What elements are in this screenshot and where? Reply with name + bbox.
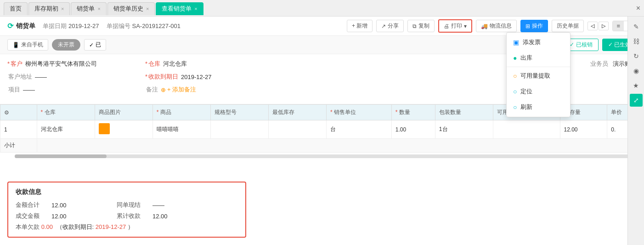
dropdown-locate[interactable]: ○ 定位 — [507, 84, 570, 99]
scrollbar-track[interactable] — [15, 154, 629, 158]
operations-label: 操作 — [532, 22, 543, 30]
tab-inventory[interactable]: 库存期初 × — [28, 2, 70, 15]
address-field: 客户地址 —— — [7, 73, 136, 81]
payment-same-bill-row: 同单现结 —— — [117, 201, 209, 209]
cumulative-value: 12.00 — [153, 213, 168, 220]
total-label: 金额合计 — [16, 201, 48, 209]
tab-sales[interactable]: 销货单 × — [71, 2, 106, 15]
locate-label: 定位 — [520, 87, 532, 96]
sidebar-expand-icon[interactable]: ⤢ — [630, 94, 643, 107]
print-dropdown-icon: ▾ — [464, 23, 467, 29]
tab-view-sales-label: 查看销货单 — [162, 5, 192, 13]
warehouse-label: 仓库 — [145, 60, 160, 68]
tab-view-sales[interactable]: 查看销货单 × — [156, 2, 203, 15]
list-view-button[interactable]: ≡ — [613, 21, 624, 31]
add-invoice-icon: ▣ — [513, 39, 519, 46]
col-product-img: 商品图片 — [95, 105, 153, 120]
row-current-stock: 12.00 — [560, 120, 607, 139]
phone-icon: 📱 — [12, 42, 19, 48]
document-date-label: 单据日期 — [43, 22, 67, 30]
operations-button[interactable]: ⊞ 操作 — [520, 20, 548, 32]
logistics-button[interactable]: 🚚 物流信息 — [476, 20, 517, 32]
navigation-arrows: ◁ ▷ — [588, 22, 609, 30]
check-icon: ✓ — [89, 42, 94, 48]
tab-sales-history-close[interactable]: × — [146, 6, 149, 11]
outstanding-note: （收款到期日: — [56, 223, 94, 230]
not-open-label: 未开票 — [58, 41, 74, 49]
sidebar-link-icon[interactable]: ⛓ — [630, 35, 643, 48]
check-button[interactable]: ✓ 已 — [84, 39, 106, 51]
col-spec: 规格型号 — [210, 105, 268, 120]
history-label: 历史单据 — [557, 22, 579, 30]
document-date-value: 2019-12-27 — [68, 23, 99, 29]
sidebar-sync-icon[interactable]: ↻ — [630, 50, 643, 63]
print-button[interactable]: 🖨 打印 ▾ — [438, 19, 472, 33]
tab-bar-close-button[interactable]: × — [636, 4, 640, 12]
payment-outstanding-row: 本单欠款 0.00 （收款到期日: 2019-12-27 ） — [16, 223, 209, 231]
logistics-label: 物流信息 — [490, 22, 512, 30]
payment-date-field: 收款到期日 2019-12-27 — [145, 73, 274, 81]
document-number-label: 单据编号 — [107, 22, 130, 30]
add-note-icon: ⊕ — [161, 86, 166, 93]
sidebar-user-icon[interactable]: ◉ — [630, 64, 643, 77]
print-icon: 🖨 — [444, 23, 449, 29]
document-number-value: SA-20191227-001 — [132, 23, 181, 29]
customer-value: 柳州粤港平安气体有限公司 — [25, 60, 97, 68]
address-label: 客户地址 — [7, 73, 32, 81]
sidebar-edit-icon[interactable]: ✎ — [630, 20, 643, 33]
available-qty-label: 可用量提取 — [520, 72, 550, 80]
tab-home[interactable]: 首页 — [4, 2, 28, 15]
operations-icon: ⊞ — [525, 23, 530, 29]
share-icon: ↗ — [381, 23, 386, 29]
available-qty-icon: ○ — [513, 72, 517, 80]
dropdown-add-invoice[interactable]: ▣ 添发票 — [507, 34, 570, 50]
add-note-button[interactable]: ⊕ + 添加备注 — [161, 85, 196, 94]
document-meta: 单据日期 2019-12-27 单据编号 SA-20191227-001 — [43, 22, 181, 30]
transaction-value: 12.00 — [51, 213, 67, 220]
col-settings[interactable]: ⚙ — [0, 105, 37, 120]
history-button[interactable]: 历史单据 — [552, 20, 584, 32]
customer-field: 客户 柳州粤港平安气体有限公司 — [7, 60, 136, 68]
from-phone-button[interactable]: 📱 来自手机 — [7, 39, 48, 51]
dropdown-divider-1 — [507, 67, 570, 67]
project-label: 项目 — [7, 85, 20, 94]
outstanding-end: ） — [128, 223, 134, 230]
tab-view-sales-close[interactable]: × — [194, 6, 197, 11]
col-unit: * 销售单位 — [327, 105, 392, 120]
copy-button[interactable]: ⧉ 复制 — [407, 20, 435, 32]
next-button[interactable]: ▷ — [599, 22, 609, 30]
tab-sales-close[interactable]: × — [97, 6, 100, 11]
subtotal-data — [37, 139, 644, 153]
subtotal-row: 小计 — [0, 139, 644, 153]
tab-inventory-close[interactable]: × — [61, 6, 64, 11]
tab-sales-history-label: 销货单历史 — [113, 5, 143, 13]
share-button[interactable]: ↗ 分享 — [376, 20, 404, 32]
tab-sales-history[interactable]: 销货单历史 × — [107, 2, 155, 15]
logistics-icon: 🚚 — [481, 23, 488, 29]
dropdown-ship-out[interactable]: ● 出库 — [507, 50, 570, 66]
warehouse-field: 仓库 河北仓库 — [145, 60, 274, 68]
warehouse-value: 河北仓库 — [163, 60, 187, 68]
dropdown-available-qty[interactable]: ○ 可用量提取 — [507, 68, 570, 84]
payment-transaction-row: 成交金额 12.00 — [16, 212, 107, 220]
transaction-label: 成交金额 — [16, 212, 48, 220]
same-bill-label: 同单现结 — [117, 201, 149, 209]
new-button[interactable]: + 新增 — [347, 20, 373, 32]
row-unit: 台 — [327, 120, 392, 139]
project-value: —— — [23, 86, 35, 93]
dropdown-refresh[interactable]: ○ 刷新 — [507, 99, 570, 115]
not-open-ticket-button[interactable]: 未开票 — [52, 39, 80, 51]
prev-button[interactable]: ◁ — [588, 22, 598, 30]
payment-date-label: 收款到期日 — [145, 73, 178, 81]
settings-icon: ⚙ — [4, 109, 9, 116]
payment-info-box: 收款信息 金额合计 12.00 同单现结 —— 成交金额 12.00 累计收款 … — [7, 182, 246, 238]
sidebar-star-icon[interactable]: ★ — [630, 79, 643, 92]
locate-icon: ○ — [513, 88, 517, 95]
add-note-label: + 添加备注 — [167, 85, 196, 94]
note-label: 备注 — [145, 85, 158, 94]
scrollbar-thumb[interactable] — [15, 154, 107, 158]
table-body: 1 河北仓库 嘻嘻嘻嘻 台 1.00 1台 12.00 0. 小计 — [0, 120, 644, 153]
toolbar: + 新增 ↗ 分享 ⧉ 复制 🖨 打印 ▾ 🚚 物流信息 ⊞ 操作 — [347, 19, 637, 33]
row-index: 1 — [0, 120, 37, 139]
payment-title: 收款信息 — [16, 188, 238, 196]
